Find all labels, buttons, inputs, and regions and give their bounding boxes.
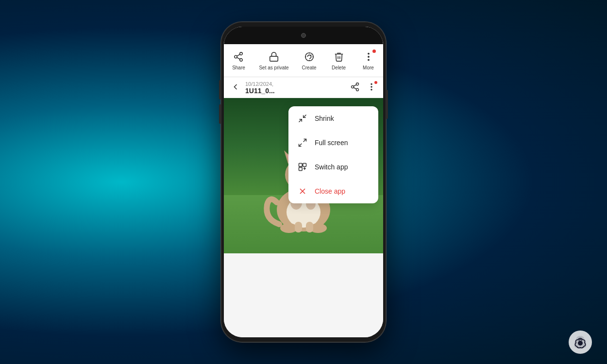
svg-rect-50 [303,164,306,167]
share-icon [232,50,245,63]
svg-rect-22 [295,222,302,232]
svg-point-12 [356,88,359,91]
svg-point-55 [578,341,583,346]
toolbar-create[interactable]: Create [297,47,321,74]
svg-point-1 [235,55,237,58]
menu-shrink-label: Shrink [315,115,334,122]
phone-notch [224,27,383,44]
camera-dot [301,33,306,38]
back-arrow-button[interactable] [231,82,240,94]
volume-up-button [219,80,221,99]
svg-rect-49 [299,164,303,167]
svg-point-6 [305,53,313,61]
svg-line-14 [354,84,356,86]
trash-icon [333,50,345,63]
photo-header-actions [350,82,376,94]
svg-point-17 [371,89,372,90]
svg-point-8 [368,56,369,57]
photo-filename: 1U11_0... [245,87,275,95]
svg-line-46 [304,115,306,118]
menu-close-app-label: Close app [315,187,345,195]
phone-frame: Share Set as private [221,22,386,342]
svg-line-4 [237,54,240,56]
svg-point-2 [240,59,243,62]
more-icon [362,50,375,63]
toolbar-delete-label: Delete [332,65,346,70]
toolbar-more-label: More [363,65,374,70]
lock-icon [268,50,280,63]
toolbar: Share Set as private [224,44,383,77]
svg-line-48 [299,144,302,147]
fullscreen-icon [297,137,308,148]
toolbar-private-label: Set as private [259,65,288,70]
create-icon [303,50,316,63]
menu-item-shrink[interactable]: Shrink [288,106,378,131]
toolbar-share[interactable]: Share [226,47,251,74]
toolbar-delete[interactable]: Delete [327,47,351,74]
app-content: Share Set as private [224,44,383,337]
menu-switch-app-label: Switch app [315,163,348,171]
phone-screen: Share Set as private [224,27,383,337]
phone-body: Share Set as private [221,22,386,342]
svg-line-3 [237,57,240,59]
more-badge [372,50,376,53]
svg-rect-5 [270,56,278,61]
power-button [386,90,388,119]
svg-line-45 [299,119,302,122]
volume-down-button [219,104,221,124]
toolbar-more[interactable]: More [356,47,381,74]
bottom-logo [568,330,592,354]
toolbar-share-label: Share [232,65,245,70]
dropdown-menu: Shrink Full screen [288,106,378,203]
menu-fullscreen-label: Full screen [315,139,348,147]
svg-point-16 [371,86,372,87]
svg-rect-51 [299,167,303,171]
svg-point-10 [356,83,359,85]
svg-point-15 [371,83,372,84]
more-header-badge [374,81,377,84]
svg-point-9 [368,60,369,61]
switch-app-icon [297,162,308,172]
header-more-button[interactable] [367,82,376,94]
svg-line-47 [304,139,306,142]
toolbar-set-as-private[interactable]: Set as private [256,47,291,74]
svg-line-13 [354,87,356,89]
svg-point-11 [352,86,354,88]
shrink-icon [297,113,308,124]
photo-date: 10/12/2024, [245,81,275,87]
photo-header: 10/12/2024, 1U11_0... [224,77,383,98]
svg-rect-23 [306,222,313,232]
close-icon [297,186,308,197]
photo-area: 10/12/2024, 1U11_0... [224,77,383,337]
header-share-button[interactable] [350,82,360,94]
menu-item-close-app[interactable]: Close app [288,179,378,203]
svg-point-0 [240,52,243,55]
menu-item-switch-app[interactable]: Switch app [288,155,378,179]
menu-item-fullscreen[interactable]: Full screen [288,131,378,155]
toolbar-create-label: Create [302,65,317,70]
photo-info: 10/12/2024, 1U11_0... [245,81,275,95]
svg-point-7 [368,53,369,54]
